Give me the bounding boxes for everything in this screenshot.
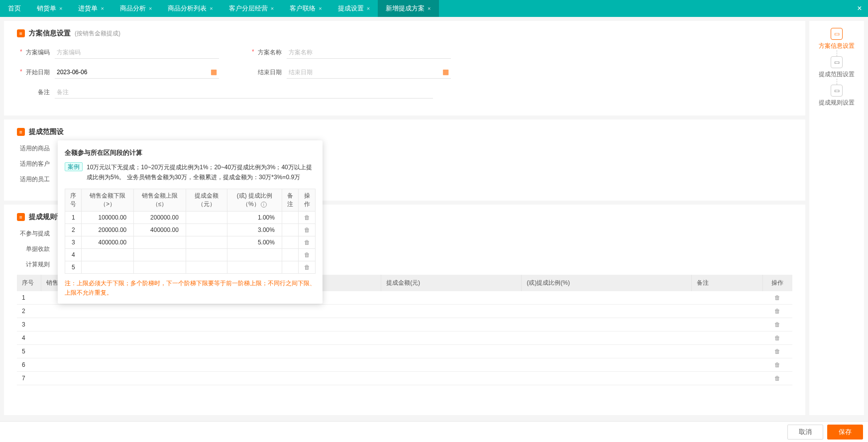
step-icon: ▭ xyxy=(831,85,843,97)
section-icon: ≡ xyxy=(17,29,25,37)
label-scope-customer: 适用的客户 xyxy=(17,160,55,168)
side-step-info[interactable]: ▭方案信息设置 xyxy=(819,28,855,50)
calc-rule-popover: 全额参与所在区间段的计算 案例 10万元以下无提成；10~20万元提成比例为1%… xyxy=(58,140,323,304)
step-icon: ▭ xyxy=(831,28,843,40)
label-rule-exclude: 不参与提成 xyxy=(17,229,55,238)
label-plan-name: 方案名称 xyxy=(249,48,287,57)
close-icon[interactable]: × xyxy=(271,5,274,11)
step-label: 方案信息设置 xyxy=(819,42,855,50)
section-subtitle-info: (按销售金额提成) xyxy=(75,29,120,38)
pop-th: 销售金额上限（≤） xyxy=(134,189,186,211)
side-step-scope[interactable]: ▭提成范围设置 xyxy=(819,56,855,79)
pop-th: 操作 xyxy=(299,189,316,211)
table-row[interactable]: 4🗑 xyxy=(17,332,792,345)
delete-icon[interactable]: 🗑 xyxy=(774,361,780,368)
close-icon[interactable]: × xyxy=(319,5,322,11)
delete-icon[interactable]: 🗑 xyxy=(304,226,310,233)
pop-th: 序号 xyxy=(65,189,82,211)
table-row[interactable]: 3🗑 xyxy=(17,318,792,332)
tab-新增提成方案[interactable]: 新增提成方案× xyxy=(378,0,438,17)
label-scope-goods: 适用的商品 xyxy=(17,144,55,153)
table-row: 2200000.00400000.003.00%🗑 xyxy=(65,223,316,236)
delete-icon[interactable]: 🗑 xyxy=(774,334,780,341)
close-icon[interactable]: × xyxy=(428,5,431,11)
label-rule-receipt: 单据收款 xyxy=(17,245,55,253)
table-row: 4🗑 xyxy=(65,248,316,261)
label-end-date: 结束日期 xyxy=(249,68,287,77)
info-icon[interactable]: i xyxy=(261,202,267,208)
step-label: 提成规则设置 xyxy=(819,99,855,107)
tab-客户分层经营[interactable]: 客户分层经营× xyxy=(221,0,282,17)
delete-icon[interactable]: 🗑 xyxy=(304,239,310,246)
close-icon[interactable]: × xyxy=(149,5,152,11)
section-title-info: 方案信息设置 xyxy=(29,29,71,38)
label-start-date: 开始日期 xyxy=(17,68,55,77)
section-title-scope: 提成范围设 xyxy=(29,127,64,136)
table-row: 1100000.00200000.001.00%🗑 xyxy=(65,211,316,223)
section-icon: ≡ xyxy=(17,128,25,136)
tab-销货单[interactable]: 销货单× xyxy=(29,0,70,17)
side-step-rule[interactable]: ▭提成规则设置 xyxy=(819,85,855,107)
label-calc-rule: 计算规则 xyxy=(17,260,55,269)
tabs-bar: 首页销货单×进货单×商品分析×商品分析列表×客户分层经营×客户联络×提成设置×新… xyxy=(0,0,868,17)
side-step-nav: ▭方案信息设置▭提成范围设置▭提成规则设置 xyxy=(809,21,864,415)
input-plan-name[interactable] xyxy=(287,46,451,59)
label-plan-code: 方案编码 xyxy=(17,48,55,57)
tab-商品分析列表[interactable]: 商品分析列表× xyxy=(160,0,220,17)
pop-th: 备注 xyxy=(282,189,298,211)
panel-plan-info: ≡ 方案信息设置 (按销售金额提成) 方案编码 方案名称 开始日期 xyxy=(4,21,805,115)
section-icon: ≡ xyxy=(17,213,25,221)
input-end-date[interactable] xyxy=(287,66,451,79)
input-start-date[interactable] xyxy=(55,66,219,79)
delete-icon[interactable]: 🗑 xyxy=(774,321,780,328)
pop-th: 提成金额（元） xyxy=(186,189,227,211)
example-tag: 案例 xyxy=(65,162,83,171)
tab-商品分析[interactable]: 商品分析× xyxy=(112,0,160,17)
tab-客户联络[interactable]: 客户联络× xyxy=(282,0,329,17)
table-row[interactable]: 7🗑 xyxy=(17,372,792,385)
table-row: 3400000.005.00%🗑 xyxy=(65,236,316,248)
pop-th: (或) 提成比例（%）i xyxy=(227,189,282,211)
example-text: 10万元以下无提成；10~20万元提成比例为1%；20~40万提成比例为3%；4… xyxy=(87,162,316,183)
delete-icon[interactable]: 🗑 xyxy=(304,214,310,221)
main-th: 操作 xyxy=(762,275,792,291)
table-row[interactable]: 6🗑 xyxy=(17,358,792,372)
step-icon: ▭ xyxy=(831,56,843,68)
popover-note: 注：上限必须大于下限；多个阶梯时，下一个阶梯下限要等于前一阶梯上限；不同行之间下… xyxy=(65,279,316,298)
main-th: 备注 xyxy=(691,275,762,291)
input-plan-code[interactable] xyxy=(55,46,219,59)
close-icon[interactable]: × xyxy=(210,5,213,11)
delete-icon[interactable]: 🗑 xyxy=(774,294,780,301)
main-th: 提成金额(元) xyxy=(381,275,522,291)
main-th: (或)提成比例(%) xyxy=(522,275,691,291)
popover-example-table: 序号销售金额下限（>）销售金额上限（≤）提成金额（元）(或) 提成比例（%）i备… xyxy=(65,189,316,274)
close-icon[interactable]: × xyxy=(59,5,62,11)
label-scope-staff: 适用的员工 xyxy=(17,175,55,184)
tab-进货单[interactable]: 进货单× xyxy=(70,0,111,17)
delete-icon[interactable]: 🗑 xyxy=(774,348,780,355)
close-icon[interactable]: × xyxy=(101,5,104,11)
delete-icon[interactable]: 🗑 xyxy=(774,375,780,382)
input-remark[interactable] xyxy=(55,86,433,99)
tab-提成设置[interactable]: 提成设置× xyxy=(330,0,378,17)
table-row[interactable]: 2🗑 xyxy=(17,305,792,318)
close-all-tabs-button[interactable]: × xyxy=(851,0,868,17)
main-th: 序号 xyxy=(17,275,41,291)
table-row[interactable]: 5🗑 xyxy=(17,345,792,358)
pop-th: 销售金额下限（>） xyxy=(82,189,134,211)
tab-首页[interactable]: 首页 xyxy=(0,0,29,17)
delete-icon[interactable]: 🗑 xyxy=(304,264,310,271)
step-label: 提成范围设置 xyxy=(819,70,855,79)
delete-icon[interactable]: 🗑 xyxy=(304,251,310,258)
close-icon[interactable]: × xyxy=(367,5,370,11)
table-row: 5🗑 xyxy=(65,261,316,273)
popover-title: 全额参与所在区间段的计算 xyxy=(65,148,316,157)
delete-icon[interactable]: 🗑 xyxy=(774,308,780,315)
label-remark: 备注 xyxy=(17,88,55,97)
